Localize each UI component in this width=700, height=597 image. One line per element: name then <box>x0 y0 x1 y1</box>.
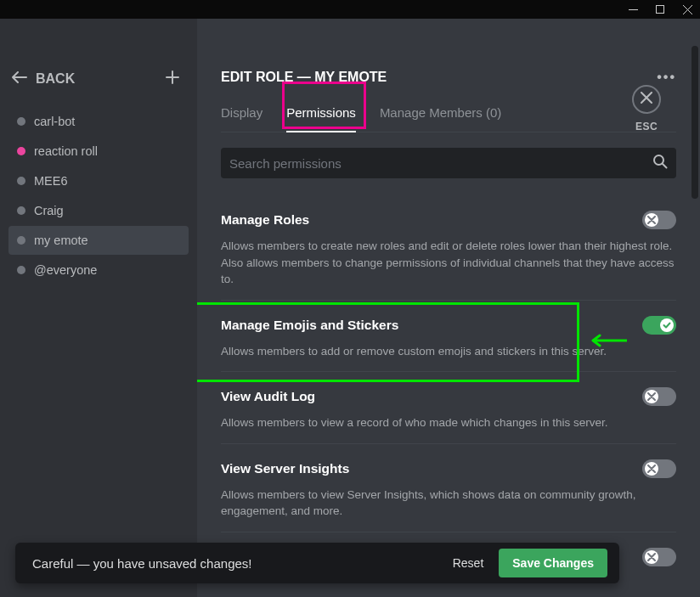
page-title: EDIT ROLE — MY EMOTE <box>221 70 387 85</box>
annotation-arrow-icon <box>588 334 627 351</box>
role-label: MEE6 <box>34 174 68 188</box>
sidebar-role-everyone[interactable]: @everyone <box>8 256 189 284</box>
permission-title: Manage Roles <box>221 212 309 228</box>
add-role-button[interactable] <box>165 70 180 88</box>
main-panel: EDIT ROLE — MY EMOTE ••• Display Permiss… <box>197 19 700 597</box>
back-label: BACK <box>36 71 75 87</box>
arrow-left-icon <box>12 71 27 87</box>
sidebar-role-mee6[interactable]: MEE6 <box>8 166 189 195</box>
permission-view-server-insights: View Server Insights Allows members to v… <box>221 444 676 532</box>
role-color-dot <box>17 206 25 215</box>
permission-description: Allows members to view a record of who m… <box>221 414 676 431</box>
svg-rect-0 <box>657 6 664 14</box>
window-titlebar <box>0 0 700 19</box>
permission-description: Allows members to view Server Insights, … <box>221 487 676 520</box>
role-label: @everyone <box>34 263 97 277</box>
search-icon <box>652 154 668 172</box>
permission-toggle[interactable] <box>642 387 676 406</box>
sidebar-role-my-emote[interactable]: my emote <box>8 226 189 255</box>
toggle-knob <box>645 550 658 564</box>
role-label: Craig <box>34 204 64 217</box>
permission-title: View Audit Log <box>221 389 315 404</box>
back-button[interactable]: BACK <box>12 71 75 87</box>
sidebar-role-craig[interactable]: Craig <box>8 196 189 225</box>
search-permissions-input[interactable] <box>229 156 652 171</box>
permission-description: Allows members to create new roles and e… <box>221 238 676 288</box>
role-sidebar: BACK carl-bot reaction roll MEE6 Craig m… <box>0 19 197 597</box>
permission-title: Manage Emojis and Stickers <box>221 318 398 333</box>
permission-title: View Server Insights <box>221 461 349 476</box>
window-maximize-button[interactable] <box>651 0 669 19</box>
window-close-button[interactable] <box>678 0 697 19</box>
close-icon <box>641 92 652 107</box>
save-changes-button[interactable]: Save Changes <box>499 549 607 577</box>
sidebar-role-reaction-roll[interactable]: reaction roll <box>8 137 189 166</box>
tab-permissions[interactable]: Permissions <box>286 105 356 132</box>
role-label: reaction roll <box>34 144 98 158</box>
permission-view-audit-log: View Audit Log Allows members to view a … <box>221 372 676 444</box>
sidebar-role-carl-bot[interactable]: carl-bot <box>8 107 189 136</box>
toggle-knob <box>645 462 658 476</box>
esc-label: ESC <box>635 121 658 132</box>
permission-toggle[interactable] <box>642 211 676 229</box>
more-menu-button[interactable]: ••• <box>657 70 676 85</box>
role-label: my emote <box>34 234 88 247</box>
role-label: carl-bot <box>34 115 75 128</box>
permission-toggle[interactable] <box>642 459 676 478</box>
tab-manage-members[interactable]: Manage Members (0) <box>380 105 501 132</box>
tabs: Display Permissions Manage Members (0) <box>221 105 676 132</box>
role-color-dot <box>17 266 25 274</box>
role-color-dot <box>17 236 25 245</box>
toggle-knob <box>645 390 658 403</box>
unsaved-changes-bar: Careful — you have unsaved changes! Rese… <box>15 543 619 583</box>
role-color-dot <box>17 117 25 126</box>
reset-button[interactable]: Reset <box>453 556 484 570</box>
close-settings-button[interactable]: ESC <box>632 85 661 132</box>
permission-toggle[interactable] <box>642 316 676 335</box>
toggle-knob <box>645 213 658 227</box>
role-color-dot <box>17 177 25 185</box>
role-color-dot <box>17 147 25 155</box>
tab-display[interactable]: Display <box>221 105 262 132</box>
unsaved-message: Careful — you have unsaved changes! <box>32 556 252 571</box>
permission-toggle[interactable] <box>642 548 676 566</box>
permission-manage-roles: Manage Roles Allows members to create ne… <box>221 195 676 301</box>
search-permissions-input-wrap[interactable] <box>221 148 676 178</box>
toggle-knob <box>660 318 674 332</box>
window-minimize-button[interactable] <box>624 0 642 19</box>
scrollbar[interactable] <box>692 46 698 199</box>
